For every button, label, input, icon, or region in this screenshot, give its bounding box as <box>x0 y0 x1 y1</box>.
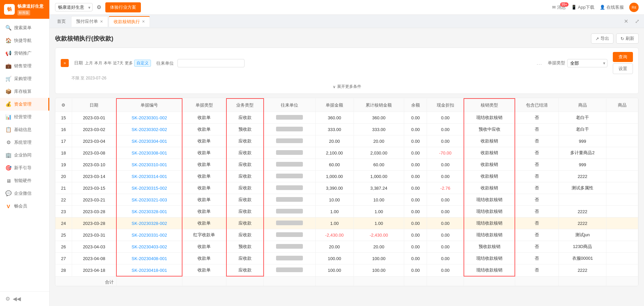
date-7days[interactable]: 近7天 <box>113 60 123 66</box>
sidebar-item-corp[interactable]: 🏢 企业协同 <box>0 149 49 162</box>
td-date: 2023-03-02 <box>72 124 116 135</box>
sidebar-item-operation[interactable]: 📊 经营管理 <box>0 111 49 123</box>
doc-no-link[interactable]: SK-20230301-002 <box>131 115 167 120</box>
sidebar-item-finance[interactable]: 💰 资金管理 <box>0 98 49 111</box>
doc-no-link[interactable]: SK-20230403-002 <box>131 244 167 249</box>
query-btn[interactable]: 查询 <box>613 52 633 62</box>
td-cash-discount: 0.00 <box>427 135 464 147</box>
settings-bottom-icon[interactable]: ⚙ <box>5 296 10 302</box>
td-goods: 多计量商品2 <box>559 147 606 159</box>
sidebar-item-basic[interactable]: 📋 基础信息 <box>0 123 49 136</box>
doc-no-link[interactable]: SK-20230328-002 <box>131 221 167 226</box>
td-cancel-type: 现结收款核销 <box>464 206 515 218</box>
date-more[interactable]: 更多 <box>125 60 133 66</box>
sum-biz-type <box>226 276 264 286</box>
doc-no-link[interactable]: SK-20230310-001 <box>131 162 167 167</box>
sales-icon: 💼 <box>5 63 11 69</box>
doc-no-link[interactable]: SK-20230302-002 <box>131 127 167 132</box>
date-this-year[interactable]: 本年 <box>104 60 112 66</box>
th-partner: 往来单位 <box>264 99 316 112</box>
page-header-actions: ↗ 导出 ↻ 刷新 <box>591 34 639 44</box>
sidebar-item-quick-nav[interactable]: 🏠 快捷导航 <box>0 34 49 47</box>
doc-no-link[interactable]: SK-20230304-001 <box>131 139 167 144</box>
td-doc-type: 收款单 <box>182 124 226 135</box>
refresh-btn[interactable]: ↻ 刷新 <box>616 34 639 44</box>
td-total-amount: 1,000.00 <box>354 171 404 182</box>
doc-no-link[interactable]: SK-20230408-001 <box>131 256 167 261</box>
industry-btn[interactable]: 体验行业方案 <box>105 2 141 12</box>
td-balance: 0.00 <box>404 218 427 229</box>
export-icon: ↗ <box>595 36 599 41</box>
date-custom[interactable]: 自定义 <box>134 60 151 67</box>
td-goods: 2222 <box>559 264 606 277</box>
td-date: 2023-04-18 <box>72 264 116 277</box>
message-icon: ✉ <box>552 5 556 10</box>
partner-input[interactable] <box>177 59 245 67</box>
message-btn[interactable]: ✉ 消息 99+ <box>552 4 566 10</box>
sidebar-item-purchase[interactable]: 🛒 采购管理 <box>0 72 49 85</box>
tab-prepay-close[interactable]: ✕ <box>100 19 103 24</box>
td-doc-no: SK-20230321-003 <box>116 194 182 206</box>
td-date: 2023-03-31 <box>72 229 116 241</box>
doc-no-link[interactable]: SK-20230321-003 <box>131 197 167 202</box>
td-balance: 0.00 <box>404 253 427 264</box>
sidebar-item-search[interactable]: 🔍 搜索菜单 <box>0 21 49 34</box>
td-cancel-type: 现结收款核销 <box>464 229 515 241</box>
company-select[interactable]: 畅康道好生意 <box>55 3 93 11</box>
date-last-month[interactable]: 上月 <box>85 60 93 66</box>
td-goods: 999 <box>559 159 606 171</box>
table-scroll[interactable]: ⚙ 日期 单据编号 单据类型 业务类型 往来单位 单据金额 累计核销金额 余额 … <box>55 98 638 286</box>
doctype-select[interactable]: 全部 <box>567 59 607 67</box>
td-date: 2023-03-28 <box>72 206 116 218</box>
export-btn[interactable]: ↗ 导出 <box>591 34 613 44</box>
tab-collection[interactable]: 收款核销执行 ✕ <box>109 16 150 27</box>
sum-goods <box>559 276 606 286</box>
sidebar-item-sales[interactable]: 💼 销售管理 <box>0 60 49 72</box>
filter-area: » 日期 上月 本月 本年 近7天 更多 自定义 往来单位 <box>55 48 639 94</box>
td-total-amount: 100.00 <box>354 253 404 264</box>
sidebar-nav: 🔍 搜索菜单 🏠 快捷导航 📢 营销推广 💼 销售管理 🛒 采购管理 📦 库存核… <box>0 19 49 291</box>
topbar-gear-icon[interactable]: ⚙ <box>95 3 103 12</box>
sidebar-item-guide[interactable]: 🎯 新手引导 <box>0 162 49 174</box>
td-include-settled: 否 <box>515 112 559 124</box>
td-doc-no: SK-20230315-002 <box>116 182 182 194</box>
tab-fullscreen-btn[interactable]: ⤢ <box>633 17 641 25</box>
tab-close-all-btn[interactable]: ✕ <box>622 17 630 25</box>
doc-no-link[interactable]: SK-20230328-001 <box>131 209 167 214</box>
doc-no-link[interactable]: SK-20230315-002 <box>131 186 167 191</box>
td-biz-type: 预收款 <box>226 241 264 253</box>
sidebar-item-inventory[interactable]: 📦 库存核算 <box>0 85 49 98</box>
filter-collapse-btn[interactable]: » <box>61 59 69 67</box>
td-include-settled: 否 <box>515 124 559 135</box>
td-cash-discount: 0.00 <box>427 159 464 171</box>
td-partner <box>264 147 316 159</box>
collapse-sidebar-icon[interactable]: ◀◀ <box>13 296 21 302</box>
sidebar-item-system[interactable]: ⚙ 系统管理 <box>0 136 49 149</box>
setting-btn[interactable]: 设置 <box>613 63 633 74</box>
date-this-month[interactable]: 本月 <box>94 60 102 66</box>
tab-prepay[interactable]: 预付应付单 ✕ <box>71 16 108 27</box>
user-avatar[interactable]: Rit <box>629 3 639 12</box>
td-include-settled: 否 <box>515 147 559 159</box>
app-download-btn[interactable]: 📱 App下载 <box>571 4 594 10</box>
sidebar-item-marketing[interactable]: 📢 营销推广 <box>0 47 49 60</box>
sidebar-item-wechat[interactable]: 💬 企业微信 <box>0 187 49 200</box>
doc-no-link[interactable]: SK-20230331-002 <box>131 233 167 238</box>
sidebar-item-hardware[interactable]: 🖥 智能硬件 <box>0 174 49 187</box>
online-service-btn[interactable]: 👤 在线客服 <box>600 4 624 10</box>
filter-expand-btn[interactable]: ∨ 展开更多条件 <box>333 84 361 89</box>
td-balance: 0.00 <box>404 112 427 124</box>
doc-no-link[interactable]: SK-20230314-001 <box>131 174 167 179</box>
td-goods2 <box>606 182 638 194</box>
tab-home[interactable]: 首页 <box>52 16 70 27</box>
sidebar-item-vip[interactable]: V 畅会员 <box>0 200 49 212</box>
td-no: 17 <box>55 135 72 147</box>
td-include-settled: 否 <box>515 159 559 171</box>
tab-collection-close[interactable]: ✕ <box>142 19 145 24</box>
td-biz-type: 应收款 <box>226 253 264 264</box>
doc-no-link[interactable]: SK-20230308-001 <box>131 150 167 156</box>
td-cancel-type: 收款核销 <box>464 147 515 159</box>
doc-no-link[interactable]: SK-20230418-001 <box>131 268 167 273</box>
sum-label: 合计 <box>55 276 116 286</box>
td-doc-no: SK-20230304-001 <box>116 135 182 147</box>
